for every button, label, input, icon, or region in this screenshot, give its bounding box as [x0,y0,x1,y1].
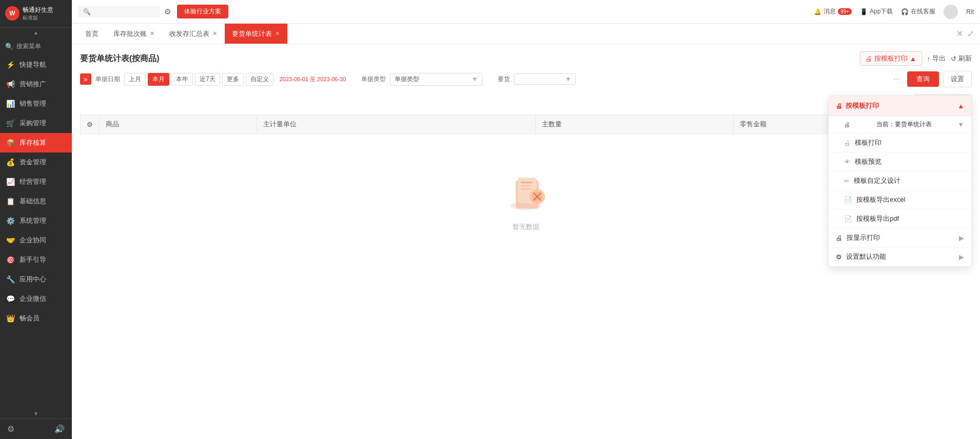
sidebar-item-label: 新手引导 [19,255,46,264]
sidebar-item-wecom[interactable]: 💬 企业微信 [0,289,72,309]
dropdown-sub-default-function[interactable]: ⚙ 设置默认功能 ▶ [829,247,971,266]
sidebar-search[interactable]: 🔍 搜索菜单 [0,38,72,55]
wecom-icon: 💬 [5,295,15,303]
sidebar-item-label: 资金管理 [19,158,46,167]
refresh-button[interactable]: ↺ 刷新 [951,54,972,63]
printer-icon: 🖨 [866,55,872,63]
date-filter-label: 单据日期 [95,75,120,84]
dropdown-item-export-excel[interactable]: 📄 按模板导出excel [829,190,971,209]
maximize-icon[interactable]: ⤢ [967,29,974,39]
current-year-btn[interactable]: 本年 [171,73,193,86]
tabbar: 首页 库存批次账 ✕ 收发存汇总表 ✕ 要货单统计表 ✕ ✕ ⤢ [72,24,980,44]
current-template-name: 当前：要货单统计表 [876,120,932,129]
current-template-arrow: ▼ [957,121,964,128]
more-options-button[interactable]: ··· [890,73,903,85]
sidebar-item-quick-nav[interactable]: ⚡ 快捷导航 [0,55,72,74]
sidebar-item-operations[interactable]: 📈 经营管理 [0,172,72,192]
tab-close-order-summary[interactable]: ✕ [275,30,280,37]
sidebar-item-marketing[interactable]: 📢 营销推广 [0,74,72,94]
dropdown-sub-display-print[interactable]: 🖨 按显示打印 ▶ [829,228,971,247]
sidebar-item-purchase[interactable]: 🛒 采购管理 [0,113,72,133]
more-dates-btn[interactable]: 更多 [222,73,244,86]
page-title: 要货单统计表(按商品) [80,53,160,64]
filter-row-date: » 单据日期 上月 本月 本年 近7天 更多 自定义 2023-06-01 至 … [80,73,346,86]
sidebar-item-label: 基础信息 [19,197,46,206]
template-print-button[interactable]: 🖨 按模板打印 ▲ [860,51,922,66]
settings-button[interactable]: 设置 [943,71,972,87]
tab-close-batch-account[interactable]: ✕ [150,30,154,37]
filter-toggle-button[interactable]: » [80,73,91,85]
dropdown-header[interactable]: 🖨 按模板打印 ▲ [829,96,971,116]
main-content: 🔍 ⚙ 体验行业方案 🔔 消息 99+ 📱 App下载 🎧 在线客服 Rit [72,0,980,439]
sidebar-item-label: 销售管理 [19,99,46,108]
svg-rect-7 [521,182,532,183]
tab-receipt-summary[interactable]: 收发存汇总表 ✕ [162,24,225,44]
prev-month-btn[interactable]: 上月 [124,73,146,86]
download-icon: 📱 [860,8,868,15]
template-print-icon: 🖨 [844,139,851,147]
speaker-icon[interactable]: 🔊 [54,424,65,434]
yaohuodan-select[interactable]: ▼ [514,73,576,85]
default-function-icon: ⚙ [836,253,842,261]
default-function-label: 设置默认功能 [846,252,886,261]
sidebar-item-label: 采购管理 [19,119,46,128]
quick-nav-icon: ⚡ [5,61,15,69]
last-7-days-btn[interactable]: 近7天 [195,73,220,86]
display-print-arrow: ▶ [959,234,964,242]
close-all-tabs-icon[interactable]: ✕ [956,29,963,39]
sidebar-nav: ⚡ 快捷导航 📢 营销推广 📊 销售管理 🛒 采购管理 📦 库存核算 💰 资金管… [0,55,72,408]
order-type-select[interactable]: 单据类型 ▼ [390,73,482,86]
sidebar-item-label: 企业协同 [19,236,46,245]
tab-batch-account[interactable]: 库存批次账 ✕ [106,24,162,44]
sidebar-item-system[interactable]: ⚙️ 系统管理 [0,211,72,231]
dropdown-item-export-pdf[interactable]: 📄 按模板导出pdf [829,209,971,228]
printer-icon2: 🖨 [836,102,842,110]
template-print-label: 模板打印 [855,138,881,147]
sidebar-item-finance[interactable]: 💰 资金管理 [0,152,72,172]
gear-icon[interactable]: ⚙ [164,7,171,16]
sidebar-footer: ⚙ 🔊 [0,418,72,439]
template-custom-icon: ✏ [844,177,850,185]
avatar[interactable] [944,5,958,19]
sidebar-item-basics[interactable]: 📋 基础信息 [0,192,72,211]
sidebar-scroll-down[interactable]: ▼ [0,408,72,418]
current-month-btn[interactable]: 本月 [148,73,169,86]
filter-row-type: 单据类型 单据类型 ▼ [361,73,482,86]
sidebar-item-enterprise[interactable]: 🤝 企业协同 [0,231,72,250]
sidebar-scroll-up[interactable]: ▲ [0,28,72,38]
sidebar-item-guide[interactable]: 🎯 新手引导 [0,250,72,270]
custom-date-btn[interactable]: 自定义 [246,73,273,86]
tab-close-receipt-summary[interactable]: ✕ [212,30,217,37]
dropdown-item-template-print[interactable]: 🖨 模板打印 [829,133,971,152]
dropdown-item-template-custom[interactable]: ✏ 模板自定义设计 [829,171,971,190]
template-print-dropdown: 🖨 按模板打印 ▲ 🖨 当前：要货单统计表 ▼ 🖨 模板打印 [828,96,972,267]
sidebar-item-sales[interactable]: 📊 销售管理 [0,94,72,113]
export-pdf-label: 按模板导出pdf [856,214,899,223]
export-button[interactable]: ↑ 导出 [927,54,946,63]
sidebar-item-appstore[interactable]: 🔧 应用中心 [0,270,72,289]
guide-icon: 🎯 [5,256,15,264]
col-product: 商品 [100,115,257,134]
query-button[interactable]: 查询 [907,71,939,87]
sidebar-item-member[interactable]: 👑 畅会员 [0,309,72,328]
export-pdf-icon: 📄 [844,215,852,223]
app-download-button[interactable]: 📱 App下载 [860,7,893,16]
topbar-search[interactable]: 🔍 [78,6,160,17]
message-button[interactable]: 🔔 消息 99+ [814,7,852,16]
col-settings[interactable]: ⚙ [81,115,100,134]
search-icon: 🔍 [5,43,13,50]
tab-home[interactable]: 首页 [78,24,106,44]
chevron-up-icon2: ▲ [957,102,964,110]
service-icon: 🎧 [901,8,909,15]
tab-order-summary[interactable]: 要货单统计表 ✕ [225,24,287,44]
trial-button[interactable]: 体验行业方案 [177,5,228,18]
purchase-icon: 🛒 [5,119,15,127]
basics-icon: 📋 [5,197,15,205]
order-type-value: 单据类型 [395,75,419,84]
dropdown-item-template-preview[interactable]: 👁 模板预览 [829,152,971,171]
online-service-button[interactable]: 🎧 在线客服 [901,7,935,16]
settings-footer-icon[interactable]: ⚙ [7,424,14,434]
sidebar-item-inventory[interactable]: 📦 库存核算 [0,133,72,152]
current-template-item[interactable]: 🖨 当前：要货单统计表 ▼ [829,116,971,133]
member-icon: 👑 [5,314,15,322]
